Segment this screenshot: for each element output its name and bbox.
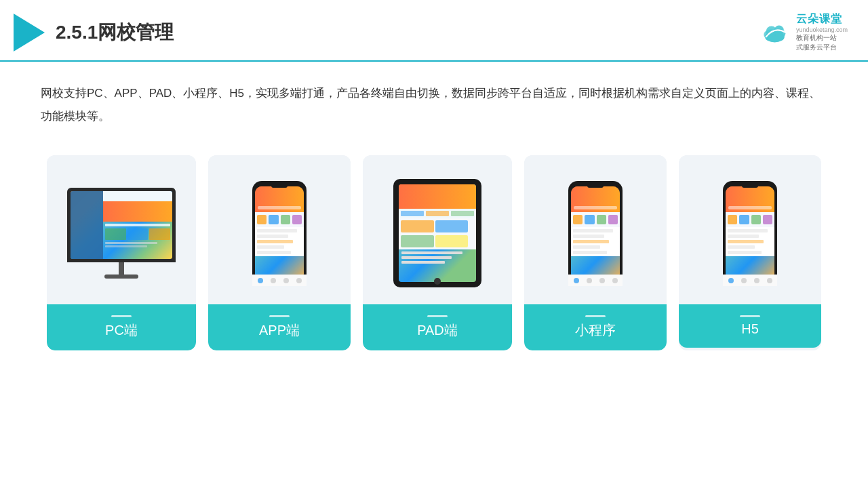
tablet-frame: [393, 179, 481, 287]
tablet-screen: [399, 184, 476, 282]
card-label-miniprogram: 小程序: [524, 304, 667, 350]
brand-name-label: 云朵课堂: [796, 12, 842, 26]
card-label-h5: H5: [679, 304, 821, 348]
monitor-frame: [67, 188, 176, 262]
phone-notch-h5: [742, 184, 758, 188]
brand-tagline: 教育机构一站 式服务云平台: [796, 33, 837, 52]
card-miniprogram: 小程序: [524, 155, 667, 350]
card-image-pad: [363, 155, 512, 304]
header-left: 2.5.1网校管理: [14, 14, 174, 52]
card-label-pc: PC端: [47, 304, 196, 350]
pc-monitor-icon: [67, 188, 176, 279]
cards-container: PC端: [0, 135, 868, 371]
description-text: 网校支持PC、APP、PAD、小程序、H5，实现多端打通，产品各终端自由切换，数…: [0, 62, 868, 135]
monitor-stand: [119, 262, 124, 274]
phone-notch-app: [271, 184, 288, 188]
card-pc: PC端: [47, 155, 196, 350]
card-label-app: APP端: [208, 304, 351, 350]
phone-frame-miniprogram: [568, 181, 623, 286]
card-h5: H5: [679, 155, 821, 350]
monitor-base: [104, 274, 138, 279]
brand-text: 云朵课堂 yunduoketang.com 教育机构一站 式服务云平台: [796, 12, 848, 52]
phone-notch-miniprogram: [587, 184, 604, 188]
phone-screen-miniprogram: [571, 186, 620, 281]
brand-logo: 云朵课堂 yunduoketang.com 教育机构一站 式服务云平台: [760, 12, 848, 52]
cloud-icon: [760, 20, 792, 45]
brand-url-label: yunduoketang.com: [796, 26, 848, 33]
phone-frame-h5: [723, 181, 777, 286]
card-label-pad: PAD端: [363, 304, 512, 350]
card-pad: PAD端: [363, 155, 512, 350]
card-image-miniprogram: [524, 155, 667, 304]
card-app: APP端: [208, 155, 351, 350]
page-title: 2.5.1网校管理: [56, 20, 174, 45]
header: 2.5.1网校管理 云朵课堂 yunduoketang.com 教育机构一站 式…: [0, 0, 868, 62]
tablet-home-button: [434, 278, 441, 285]
card-image-app: [208, 155, 351, 304]
card-image-h5: [679, 155, 821, 304]
phone-screen-h5: [726, 186, 774, 281]
phone-frame-app: [252, 181, 307, 286]
header-right: 云朵课堂 yunduoketang.com 教育机构一站 式服务云平台: [760, 12, 848, 52]
monitor-screen: [71, 191, 172, 259]
card-image-pc: [47, 155, 196, 304]
logo-triangle-icon: [14, 14, 45, 52]
phone-screen-app: [255, 186, 304, 281]
